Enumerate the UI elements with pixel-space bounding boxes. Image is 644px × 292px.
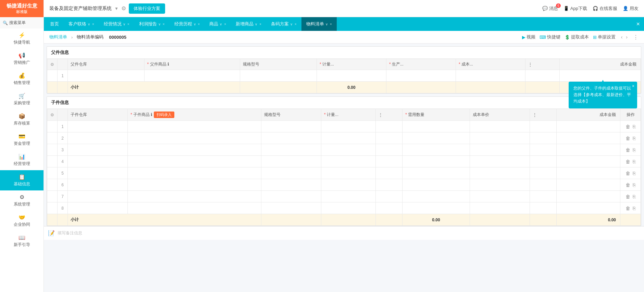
tab-profit[interactable]: 利润报告 ∨ ×: [134, 17, 170, 31]
tab-profit-close[interactable]: ×: [163, 22, 165, 26]
copy-icon[interactable]: ⎘: [633, 206, 635, 211]
delete-icon[interactable]: 🗑: [626, 136, 630, 141]
child-row4-actions: 🗑 ⎘: [620, 156, 641, 167]
tab-bom-arrow: ∨: [325, 22, 328, 26]
note-placeholder[interactable]: 填写备注信息: [58, 230, 82, 236]
sidebar-item-guide[interactable]: 📖 新手引导: [0, 231, 44, 251]
sidebar-item-inventory[interactable]: 📦 库存核算: [0, 109, 44, 130]
child-row1-warehouse[interactable]: [68, 121, 128, 132]
copy-icon[interactable]: ⎘: [633, 136, 635, 141]
child-row1-goods[interactable]: [128, 121, 261, 132]
nav-arrows: ‹ ›: [620, 34, 629, 40]
tab-history-close[interactable]: ×: [198, 22, 200, 26]
sidebar-item-operations-mgr[interactable]: 📊 经营管理: [0, 150, 44, 170]
action-cost[interactable]: 💲 提取成本: [565, 34, 589, 40]
sidebar-item-system[interactable]: ⚙ 系统管理: [0, 190, 44, 211]
tab-goods-close[interactable]: ×: [224, 22, 226, 26]
parent-subtotal-spec: [240, 82, 317, 93]
close-all-tabs[interactable]: ×: [633, 21, 643, 28]
sidebar-item-sales[interactable]: 💰 销售管理: [0, 69, 44, 89]
tab-operations[interactable]: 经营情况 ∨ ×: [99, 17, 134, 31]
parent-row1-warehouse[interactable]: [68, 70, 145, 82]
app-download-nav-item[interactable]: 📱 App下载: [564, 5, 587, 12]
child-col-gear[interactable]: ⚙: [47, 109, 58, 121]
app-name: 畅捷通好生意: [7, 3, 37, 9]
parent-col-cost: * 成本...: [456, 59, 525, 70]
action-settings[interactable]: ⊞ 单据设置: [593, 34, 616, 40]
message-nav-item[interactable]: 💬 6 消息: [542, 5, 558, 12]
parent-row1-goods[interactable]: [144, 70, 240, 82]
tab-operations-close[interactable]: ×: [127, 22, 129, 26]
settings-gear-icon[interactable]: ⚙: [121, 5, 126, 12]
parent-row1-cost[interactable]: [456, 70, 525, 82]
sidebar-item-search[interactable]: 🔍 搜索菜单: [0, 17, 44, 28]
topbar-right: 💬 6 消息 📱 App下载 🎧 在线客服 👤 用友: [542, 5, 639, 12]
child-col-rownum: [58, 109, 68, 121]
grid-menu-icon[interactable]: ⋮: [633, 34, 639, 40]
page-actions: ▶ 视频 ⌨ 快捷键 💲 提取成本 ⊞ 单据设置: [522, 34, 639, 40]
parent-row1-unit[interactable]: [317, 70, 386, 82]
parent-col-gear[interactable]: ⚙: [47, 59, 58, 70]
copy-icon[interactable]: ⎘: [633, 124, 635, 129]
tab-new-goods-close[interactable]: ×: [259, 22, 261, 26]
sidebar-item-enterprise[interactable]: 🤝 企业协同: [0, 211, 44, 231]
sidebar-item-quick-nav[interactable]: ⚡ 快捷导航: [0, 28, 44, 49]
action-shortcut[interactable]: ⌨ 快捷键: [540, 34, 560, 40]
child-subtotal-row: 小计 0.00 0.00: [47, 214, 641, 226]
table-row: 5 🗑 ⎘: [47, 167, 641, 179]
breadcrumb-bom[interactable]: 物料清单: [49, 34, 67, 40]
tab-bom-close[interactable]: ×: [330, 22, 332, 26]
parent-col-spec: 规格型号: [240, 59, 317, 70]
delete-icon[interactable]: 🗑: [626, 147, 630, 153]
user-nav-item[interactable]: 👤 用友: [623, 5, 639, 12]
action-video[interactable]: ▶ 视频: [522, 34, 535, 40]
tab-history-label: 经营历程: [174, 21, 192, 27]
prev-arrow[interactable]: ‹: [620, 34, 624, 40]
tab-barcode[interactable]: 条码方案 ∨ ×: [266, 17, 301, 31]
headset-icon: 🎧: [593, 6, 598, 11]
delete-icon[interactable]: 🗑: [626, 124, 630, 129]
delete-icon[interactable]: 🗑: [626, 171, 630, 176]
copy-icon[interactable]: ⎘: [633, 147, 635, 153]
tab-customer-label: 客户联络: [69, 21, 86, 27]
sidebar-item-basic-info[interactable]: 📋 基础信息: [0, 170, 44, 190]
delete-icon[interactable]: 🗑: [626, 206, 630, 211]
tab-history[interactable]: 经营历程 ∨ ×: [170, 17, 205, 31]
tooltip-close-btn[interactable]: ×: [632, 83, 634, 90]
parent-row1-spec[interactable]: [240, 70, 317, 82]
online-service-nav-item[interactable]: 🎧 在线客服: [593, 5, 617, 12]
parent-row1-production[interactable]: [386, 70, 456, 82]
system-dropdown-arrow[interactable]: ▼: [114, 6, 119, 11]
sidebar-item-purchase[interactable]: 🛒 采购管理: [0, 89, 44, 109]
child-row1-unit[interactable]: [321, 121, 376, 132]
tab-home[interactable]: 首页: [45, 17, 64, 31]
parent-col-rownum: [58, 59, 68, 70]
delete-icon[interactable]: 🗑: [626, 194, 630, 199]
copy-icon[interactable]: ⎘: [633, 182, 635, 188]
delete-icon[interactable]: 🗑: [626, 182, 630, 188]
tab-customer[interactable]: 客户联络 ∨ ×: [64, 17, 99, 31]
table-row: 7 🗑 ⎘: [47, 191, 641, 202]
scan-input-btn[interactable]: 扫码录入: [154, 112, 174, 118]
trial-btn[interactable]: 体验行业方案: [129, 3, 165, 14]
next-arrow[interactable]: ›: [624, 34, 629, 40]
tab-customer-close[interactable]: ×: [92, 22, 94, 26]
delete-icon[interactable]: 🗑: [626, 159, 630, 164]
tab-barcode-close[interactable]: ×: [295, 22, 297, 26]
tab-bom[interactable]: 物料清单 ∨ ×: [301, 17, 337, 31]
action-video-label: 视频: [527, 34, 535, 40]
sidebar-item-marketing[interactable]: 📢 营销推广: [0, 49, 44, 69]
parent-col-goods: * 父件商品 ℹ: [144, 59, 240, 70]
copy-icon[interactable]: ⎘: [633, 159, 635, 164]
tab-goods-label: 商品: [209, 21, 218, 27]
table-row: 8 🗑 ⎘: [47, 202, 641, 214]
child-col-extra2: ⋮: [530, 109, 556, 121]
child-row1-spec[interactable]: [261, 121, 321, 132]
tab-new-goods[interactable]: 新增商品 ∨ ×: [231, 17, 266, 31]
tab-goods[interactable]: 商品 ∨ ×: [205, 17, 231, 31]
copy-icon[interactable]: ⎘: [633, 194, 635, 199]
child-row1-unit-cost[interactable]: [470, 121, 530, 132]
child-row1-quantity[interactable]: [402, 121, 470, 132]
copy-icon[interactable]: ⎘: [633, 171, 635, 176]
sidebar-item-finance[interactable]: 💳 资金管理: [0, 130, 44, 150]
